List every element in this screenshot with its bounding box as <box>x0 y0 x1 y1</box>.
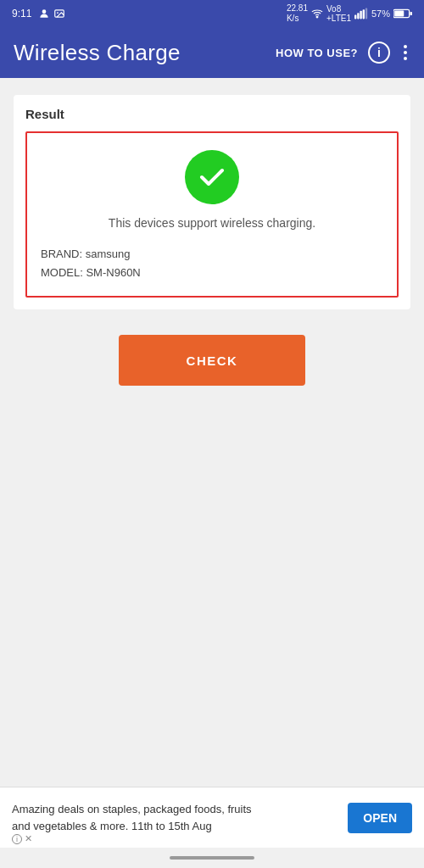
main-content: Result This devices support wireless cha… <box>0 78 424 787</box>
svg-rect-4 <box>354 15 356 19</box>
checkmark-icon <box>197 162 227 192</box>
network-speed: 22.81K/s <box>287 3 308 24</box>
svg-rect-11 <box>394 11 404 17</box>
svg-rect-6 <box>360 11 361 19</box>
svg-rect-5 <box>357 13 359 19</box>
dot1 <box>404 45 407 48</box>
battery-text: 57% <box>371 8 390 19</box>
how-to-use-button[interactable]: HOW TO USE? <box>276 47 358 59</box>
ad-banner: Amazing deals on staples, packaged foods… <box>0 787 424 848</box>
image-icon <box>53 8 65 19</box>
status-time: 9:11 <box>12 8 31 19</box>
svg-point-3 <box>316 16 318 18</box>
svg-point-2 <box>57 12 59 14</box>
svg-rect-10 <box>410 12 412 15</box>
result-card: Result This devices support wireless cha… <box>14 95 410 309</box>
battery-icon <box>393 8 412 19</box>
ad-close[interactable]: ✕ <box>25 833 32 844</box>
result-label: Result <box>25 107 399 121</box>
svg-point-0 <box>42 9 47 14</box>
app-bar-actions: HOW TO USE? i <box>276 42 410 64</box>
ad-text-content: Amazing deals on staples, packaged foods… <box>12 801 266 834</box>
nav-pill <box>170 856 254 860</box>
support-text: This devices support wireless charging. <box>109 216 315 230</box>
dot3 <box>404 57 407 60</box>
status-right: 22.81K/s Vo8+LTE1 57% <box>287 3 412 24</box>
check-circle <box>185 150 239 204</box>
device-info: BRAND: samsung MODEL: SM-N960N <box>41 245 141 282</box>
result-box: This devices support wireless charging. … <box>25 131 399 298</box>
ad-info: i ✕ <box>12 833 32 844</box>
open-button[interactable]: OPEN <box>348 803 412 833</box>
signal-icon <box>354 8 368 19</box>
network-type: Vo8+LTE1 <box>326 4 351 23</box>
status-bar: 9:11 22.81K/s Vo8+LTE1 57% <box>0 0 424 27</box>
check-button[interactable]: CHECK <box>119 335 305 386</box>
nav-bar <box>0 848 424 868</box>
ad-info-icon[interactable]: i <box>12 834 22 844</box>
brand-info: BRAND: samsung <box>41 245 141 264</box>
app-bar: Wireless Charge HOW TO USE? i <box>0 27 424 78</box>
status-left: 9:11 <box>12 8 65 19</box>
check-button-wrap: CHECK <box>14 335 410 386</box>
ad-text: Amazing deals on staples, packaged foods… <box>12 801 266 834</box>
app-title: Wireless Charge <box>14 40 181 66</box>
svg-rect-8 <box>365 8 367 19</box>
wifi-icon <box>311 8 323 19</box>
info-button[interactable]: i <box>368 42 390 64</box>
user-icon <box>38 8 50 19</box>
menu-button[interactable] <box>400 42 410 64</box>
model-info: MODEL: SM-N960N <box>41 264 141 282</box>
svg-rect-7 <box>363 9 365 19</box>
dot2 <box>404 51 407 54</box>
